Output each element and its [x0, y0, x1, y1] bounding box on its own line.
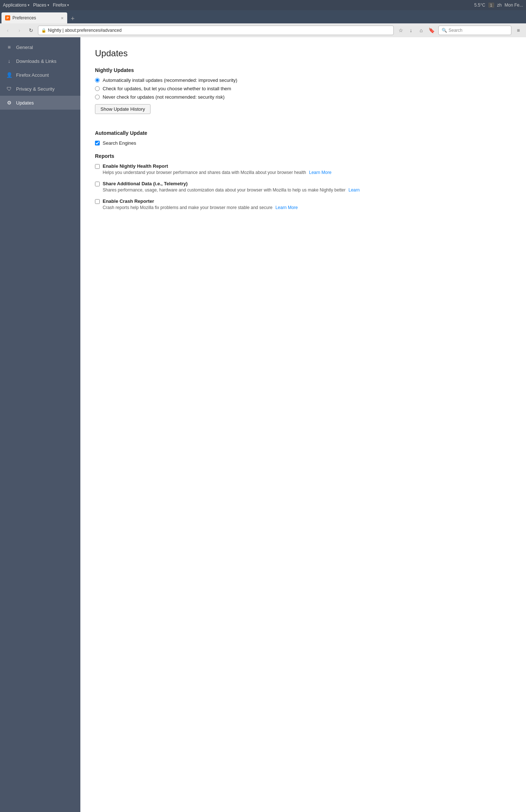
- os-bar-right: 5.5°C 1 zh Mon Fe...: [474, 3, 523, 8]
- home-button[interactable]: ⌂: [416, 26, 426, 35]
- search-bar[interactable]: 🔍 Search: [438, 26, 511, 35]
- update-radio-group: Automatically install updates (recommend…: [95, 77, 511, 100]
- radio-never-check-input[interactable]: [95, 95, 100, 99]
- sidebar-item-general[interactable]: ≡ General: [0, 40, 80, 54]
- datetime-display: Mon Fe...: [504, 3, 523, 8]
- chevron-down-icon: ▾: [28, 3, 30, 7]
- back-button[interactable]: ‹: [3, 26, 12, 35]
- search-engines-checkbox-label[interactable]: Search Engines: [95, 140, 511, 146]
- tab-title: Preferences: [12, 15, 58, 20]
- url-bar[interactable]: 🔒 Nightly | about:preferences#advanced: [38, 26, 394, 35]
- os-bar-left: Applications ▾ Places ▾ Firefox ▾: [3, 3, 69, 8]
- browser-chrome: P Preferences × + ‹ › ↻ 🔒 Nightly | abou…: [0, 10, 526, 37]
- crash-reporter-desc-text: Crash reports help Mozilla fix problems …: [103, 205, 272, 210]
- account-icon: 👤: [6, 72, 12, 78]
- crash-reporter-title: Enable Crash Reporter: [103, 198, 511, 204]
- telemetry-item: Share Additional Data (i.e., Telemetry) …: [95, 181, 511, 193]
- health-report-item: Enable Nightly Health Report Helps you u…: [95, 163, 511, 175]
- temperature-display: 5.5°C: [474, 3, 485, 8]
- telemetry-checkbox[interactable]: [95, 182, 100, 186]
- radio-auto-install-input[interactable]: [95, 78, 100, 83]
- menu-button[interactable]: ≡: [514, 26, 523, 35]
- main-area: ≡ General ↓ Downloads & Links 👤 Firefox …: [0, 37, 526, 812]
- telemetry-desc-text: Shares performance, usage, hardware and …: [103, 187, 346, 193]
- health-report-desc: Helps you understand your browser perfor…: [103, 170, 511, 175]
- sidebar-item-downloads[interactable]: ↓ Downloads & Links: [0, 54, 80, 68]
- nightly-updates-section: Nightly Updates Automatically install up…: [95, 67, 511, 121]
- os-menu-places[interactable]: Places ▾: [33, 3, 49, 8]
- active-tab[interactable]: P Preferences ×: [1, 12, 67, 23]
- telemetry-title: Share Additional Data (i.e., Telemetry): [103, 181, 511, 186]
- workspace-indicator[interactable]: 1: [488, 3, 494, 8]
- forward-button[interactable]: ›: [15, 26, 24, 35]
- health-report-checkbox[interactable]: [95, 164, 100, 169]
- os-menu-applications[interactable]: Applications ▾: [3, 3, 30, 8]
- language-indicator[interactable]: zh: [497, 3, 502, 8]
- nav-bar: ‹ › ↻ 🔒 Nightly | about:preferences#adva…: [0, 23, 526, 37]
- pocket-button[interactable]: 🔖: [427, 26, 436, 35]
- telemetry-content: Share Additional Data (i.e., Telemetry) …: [103, 181, 511, 193]
- health-report-content: Enable Nightly Health Report Helps you u…: [103, 163, 511, 175]
- crash-reporter-learn-more[interactable]: Learn More: [275, 205, 298, 210]
- toolbar-icons: ☆ ↓ ⌂ 🔖: [396, 26, 436, 35]
- sidebar-item-updates[interactable]: ⚙ Updates: [0, 96, 80, 110]
- tab-bar: P Preferences × +: [0, 10, 526, 23]
- health-report-learn-more[interactable]: Learn More: [309, 170, 331, 175]
- crash-reporter-content: Enable Crash Reporter Crash reports help…: [103, 198, 511, 210]
- chevron-down-icon: ▾: [67, 3, 69, 7]
- crash-reporter-checkbox[interactable]: [95, 199, 100, 204]
- chevron-down-icon: ▾: [47, 3, 49, 7]
- url-lock-icon: 🔒: [41, 28, 46, 33]
- search-icon: 🔍: [442, 28, 447, 33]
- bookmark-star-button[interactable]: ☆: [396, 26, 405, 35]
- search-placeholder: Search: [449, 28, 462, 33]
- sidebar-item-firefox-account[interactable]: 👤 Firefox Account: [0, 68, 80, 82]
- downloads-icon: ↓: [6, 58, 12, 64]
- updates-icon: ⚙: [6, 99, 12, 106]
- health-report-desc-text: Helps you understand your browser perfor…: [103, 170, 306, 175]
- os-menu-firefox[interactable]: Firefox ▾: [53, 3, 69, 8]
- os-bar: Applications ▾ Places ▾ Firefox ▾ 5.5°C …: [0, 0, 526, 10]
- health-report-title: Enable Nightly Health Report: [103, 163, 511, 169]
- show-update-history-button[interactable]: Show Update History: [95, 104, 150, 114]
- radio-check-only-label: Check for updates, but let you choose wh…: [103, 86, 231, 91]
- page-title: Updates: [95, 48, 511, 58]
- download-button[interactable]: ↓: [406, 26, 416, 35]
- reload-button[interactable]: ↻: [26, 26, 36, 35]
- radio-never-check-label: Never check for updates (not recommended…: [103, 94, 225, 100]
- tab-close-button[interactable]: ×: [61, 16, 64, 20]
- sidebar: ≡ General ↓ Downloads & Links 👤 Firefox …: [0, 37, 80, 812]
- auto-update-title: Automatically Update: [95, 130, 511, 136]
- search-engines-label: Search Engines: [103, 140, 136, 146]
- radio-check-only-input[interactable]: [95, 86, 100, 91]
- radio-never-check[interactable]: Never check for updates (not recommended…: [95, 94, 511, 100]
- url-text: Nightly | about:preferences#advanced: [48, 28, 390, 33]
- search-engines-checkbox[interactable]: [95, 141, 100, 145]
- new-tab-button[interactable]: +: [68, 14, 77, 23]
- sidebar-item-label-updates: Updates: [16, 100, 34, 106]
- radio-check-only[interactable]: Check for updates, but let you choose wh…: [95, 86, 511, 91]
- general-icon: ≡: [6, 44, 12, 50]
- sidebar-item-label-firefox-account: Firefox Account: [16, 72, 49, 78]
- sidebar-item-label-privacy: Privacy & Security: [16, 86, 54, 92]
- tab-favicon: P: [5, 15, 10, 20]
- radio-auto-install[interactable]: Automatically install updates (recommend…: [95, 77, 511, 83]
- sidebar-item-label-general: General: [16, 45, 33, 50]
- auto-update-section: Automatically Update Search Engines: [95, 130, 511, 146]
- sidebar-item-privacy[interactable]: 🛡 Privacy & Security: [0, 82, 80, 96]
- radio-auto-install-label: Automatically install updates (recommend…: [103, 77, 237, 83]
- crash-reporter-item: Enable Crash Reporter Crash reports help…: [95, 198, 511, 210]
- crash-reporter-desc: Crash reports help Mozilla fix problems …: [103, 205, 511, 210]
- sidebar-item-label-downloads: Downloads & Links: [16, 58, 57, 64]
- nightly-updates-title: Nightly Updates: [95, 67, 511, 73]
- telemetry-desc: Shares performance, usage, hardware and …: [103, 187, 511, 193]
- content-area: Updates Nightly Updates Automatically in…: [80, 37, 526, 812]
- telemetry-learn-more[interactable]: Learn: [348, 187, 360, 193]
- privacy-icon: 🛡: [6, 86, 12, 92]
- reports-section: Reports Enable Nightly Health Report Hel…: [95, 153, 511, 210]
- reports-title: Reports: [95, 153, 511, 159]
